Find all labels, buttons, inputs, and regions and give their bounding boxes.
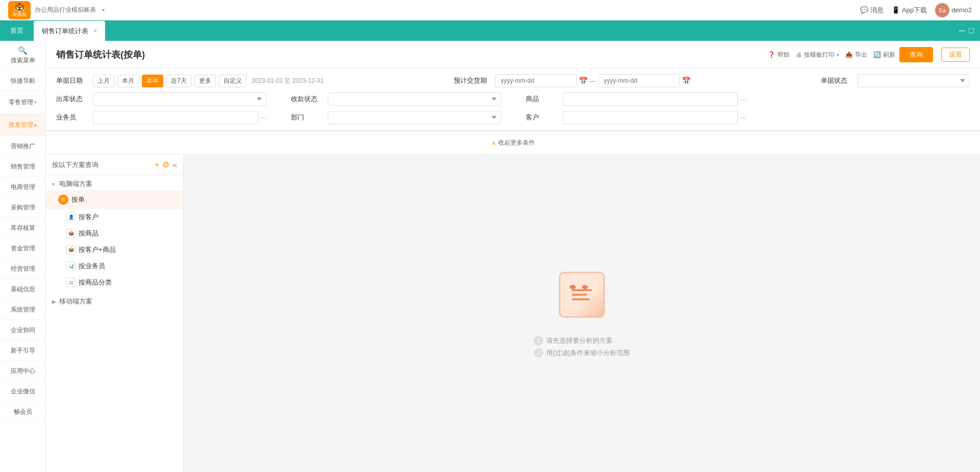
tree-customer-label: 按客户 (79, 213, 99, 222)
user-menu[interactable]: Ea demo2 (935, 3, 972, 17)
tab-home[interactable]: 首页 (0, 20, 34, 41)
sidebar-item-wechat[interactable]: 企业微信 (0, 381, 45, 402)
tree-item-goods[interactable]: 📦 按商品 (60, 225, 183, 242)
tree-mobile-expand-icon: ▶ (52, 299, 59, 304)
settings-button[interactable]: 设置 (941, 48, 970, 62)
sidebar-app-center-label: 应用中心 (11, 367, 35, 375)
sidebar-search-label: 搜索菜单 (11, 56, 35, 65)
tree-goods-cat-label: 按商品分类 (79, 278, 112, 287)
pay-status-wrap (328, 92, 501, 106)
tree-item-goods-cat[interactable]: ▤ 按商品分类 (60, 274, 183, 291)
sidebar-item-retail[interactable]: 零售管理 ▾ (0, 91, 45, 113)
window-min-icon[interactable]: ─ (959, 26, 965, 35)
filter-row-1: 单据日期 上月 本月 本年 近7天 更多 自定义 2023-01-01 至 20… (56, 74, 970, 87)
print-label: 按模板打印 (804, 51, 835, 59)
tree-section-pc[interactable]: ▾ 电脑端方案 (46, 175, 183, 191)
tree-item-customer[interactable]: 👤 按客户 (60, 209, 183, 225)
help-button[interactable]: ❓ 帮助 (768, 51, 790, 59)
tree-goods-label: 按商品 (79, 229, 99, 238)
expected-date-end[interactable] (598, 74, 680, 87)
tree-item-salesman[interactable]: 📊 按业务员 (60, 258, 183, 274)
empty-illustration (551, 267, 612, 328)
panel-settings-button[interactable]: ⚙ (162, 160, 169, 170)
print-icon: 🖨 (796, 51, 802, 58)
status-select[interactable] (857, 74, 970, 87)
print-dropdown-icon[interactable]: ▾ (837, 52, 839, 58)
tree-expand-icon: ▾ (52, 181, 59, 187)
tab-close-icon[interactable]: × (93, 28, 97, 35)
sidebar-item-operations[interactable]: 经营管理 (0, 258, 45, 279)
tree-order-icon: 按 (58, 195, 68, 205)
sidebar-member-label: 畅会员 (14, 408, 32, 416)
tab-bar: 首页 销售订单统计表 × ─ □ (0, 20, 980, 41)
salesman-more-icon[interactable]: ··· (260, 113, 266, 122)
sidebar-inventory-label: 库存核算 (11, 224, 35, 232)
app-title-dropdown-icon[interactable]: ▾ (102, 7, 105, 13)
sidebar-item-app-center[interactable]: 应用中心 (0, 361, 45, 381)
sidebar-purchase-label: 采购管理 (11, 203, 35, 212)
expected-date-start[interactable] (495, 74, 577, 87)
sidebar-item-wholesale[interactable]: 批发管理 ▴ (0, 113, 45, 136)
content-area: 销售订单统计表(按单) ❓ 帮助 🖨 按模板打印 ▾ 📤 导出 (46, 41, 980, 472)
sidebar-item-basic[interactable]: 基础信息 (0, 279, 45, 299)
export-button[interactable]: 📤 导出 (845, 51, 867, 59)
hint-num-1: 1 (534, 336, 543, 345)
sidebar-newbie-label: 新手引导 (11, 346, 35, 355)
tree-section-mobile[interactable]: ▶ 移动端方案 (46, 293, 183, 308)
last7-btn[interactable]: 近7天 (166, 75, 191, 87)
print-button[interactable]: 🖨 按模板打印 ▾ (796, 51, 839, 59)
window-max-icon[interactable]: □ (969, 26, 974, 35)
tab-sales-order[interactable]: 销售订单统计表 × (34, 21, 105, 41)
panel-add-button[interactable]: + (155, 160, 159, 170)
hint-step2-text: 用[过滤]条件来缩小分析范围 (546, 348, 629, 358)
custom-btn[interactable]: 自定义 (219, 75, 247, 87)
app-download-icon: 📱 (892, 6, 900, 14)
this-year-btn[interactable]: 本年 (142, 75, 163, 87)
sidebar-operations-label: 经营管理 (11, 265, 35, 273)
sidebar-system-label: 系统管理 (11, 305, 35, 314)
panel-collapse-button[interactable]: « (173, 160, 177, 170)
last-month-btn[interactable]: 上月 (93, 75, 114, 87)
salesman-input[interactable] (93, 111, 258, 124)
this-month-btn[interactable]: 本月 (117, 75, 139, 87)
query-button[interactable]: 查询 (899, 47, 933, 62)
filter-row-2: 出库状态 收款状态 商品 ··· (56, 92, 970, 106)
pc-section-label: 电脑端方案 (59, 179, 92, 188)
sidebar-item-enterprise[interactable]: 企业协同 (0, 320, 45, 340)
refresh-label: 刷新 (883, 51, 895, 59)
sidebar-item-search[interactable]: 🔍 搜索菜单 (0, 41, 45, 70)
app-download-button[interactable]: 📱 App下载 (892, 6, 927, 15)
message-button[interactable]: 💬 消息 (860, 6, 884, 15)
hint-step1-text: 请先选择要分析的方案 (546, 336, 612, 345)
sidebar-enterprise-label: 企业协同 (11, 326, 35, 335)
pay-status-select[interactable] (328, 92, 501, 106)
more-btn[interactable]: 更多 (194, 75, 216, 87)
sidebar-item-quick[interactable]: 快捷导航 (0, 70, 45, 91)
sidebar-item-system[interactable]: 系统管理 (0, 299, 45, 320)
customer-input[interactable] (562, 111, 738, 124)
collapse-label: 收起更多条件 (498, 138, 535, 147)
sidebar-item-purchase[interactable]: 采购管理 (0, 197, 45, 218)
goods-wrap: ··· (562, 92, 746, 106)
calendar-end-icon[interactable]: 📅 (682, 77, 691, 85)
ship-status-select[interactable] (93, 92, 266, 106)
sidebar-item-newbie[interactable]: 新手引导 (0, 340, 45, 361)
sidebar-item-sales[interactable]: 销售管理 (0, 156, 45, 177)
tree-item-order[interactable]: 按 按单 (46, 191, 183, 209)
goods-input[interactable] (562, 92, 738, 106)
sidebar-item-member[interactable]: 畅会员 (0, 402, 45, 422)
goods-more-icon[interactable]: ··· (740, 95, 746, 103)
calendar-start-icon[interactable]: 📅 (579, 77, 587, 85)
logo-icon: 🐯 (14, 3, 25, 12)
refresh-button[interactable]: 🔄 刷新 (873, 51, 895, 59)
sidebar-item-marketing[interactable]: 营销推广 (0, 136, 45, 156)
salesman-wrap: ··· (93, 111, 266, 124)
sidebar-item-ecommerce[interactable]: 电商管理 (0, 177, 45, 197)
tree-item-customer-goods[interactable]: 📦 按客户+商品 (60, 242, 183, 258)
customer-more-icon[interactable]: ··· (740, 113, 746, 122)
sidebar-item-inventory[interactable]: 库存核算 (0, 218, 45, 238)
customer-wrap: ··· (562, 111, 746, 124)
dept-select[interactable] (328, 111, 501, 124)
sidebar-item-finance[interactable]: 资金管理 (0, 238, 45, 258)
collapse-button[interactable]: ∧ 收起更多条件 (483, 135, 543, 150)
